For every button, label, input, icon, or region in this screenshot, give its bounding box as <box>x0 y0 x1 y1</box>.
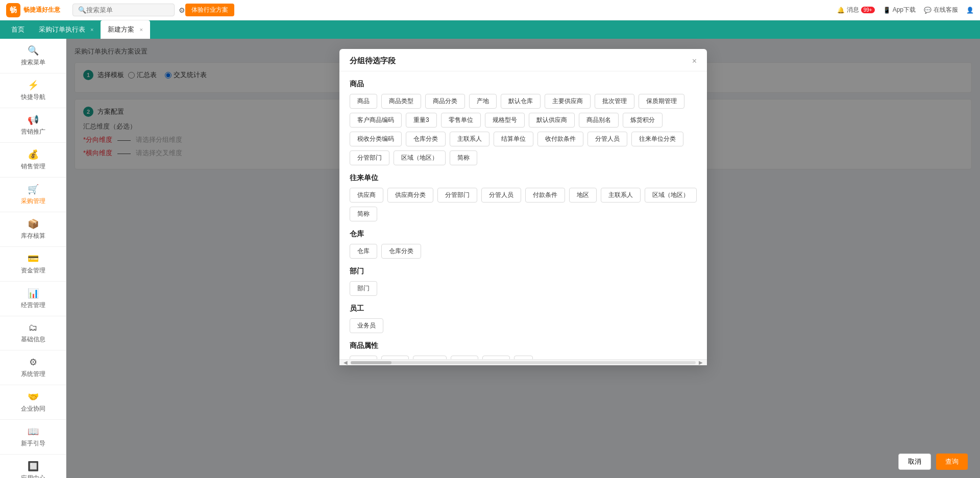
modal-close-btn[interactable]: × <box>692 57 697 65</box>
field-tag[interactable]: 分管人员 <box>481 188 521 203</box>
sidebar-item-finance-label: 资金管理 <box>21 266 45 275</box>
search-input[interactable] <box>86 6 158 14</box>
field-tag[interactable]: 部门 <box>350 281 377 296</box>
sidebar-item-system[interactable]: ⚙ 系统管理 <box>0 350 66 385</box>
field-tag[interactable]: 分管部门 <box>350 150 389 165</box>
settings-icon[interactable]: ⚙ <box>179 6 185 14</box>
base-icon: 🗂 <box>29 322 38 333</box>
operation-icon: 📊 <box>28 288 39 299</box>
field-tag[interactable]: 主要供应商 <box>545 94 591 109</box>
apps-icon: 🔲 <box>28 461 39 472</box>
field-tag[interactable]: 供应商分类 <box>387 188 433 203</box>
field-group-employee: 员工 业务员 <box>350 304 697 333</box>
field-tag[interactable]: 重量3 <box>406 113 437 128</box>
scroll-left-arrow[interactable]: ◀ <box>344 360 348 365</box>
modal-overlay: 分组待选字段 × 商品 商品 商品类型 商品分类 产地 默认仓库 主要供应商 批… <box>66 39 980 478</box>
field-tag[interactable]: 商品类型 <box>381 94 421 109</box>
tab-new-plan[interactable]: 新建方案 × <box>101 20 150 39</box>
field-tag[interactable]: 商品分类 <box>425 94 465 109</box>
sidebar-item-inventory[interactable]: 📦 库存核算 <box>0 212 66 247</box>
field-tag[interactable]: 仓库 <box>350 244 377 259</box>
field-tag[interactable]: 仓库分类 <box>406 132 446 146</box>
collab-icon: 🤝 <box>28 391 39 402</box>
field-tag[interactable]: 结算单位 <box>494 132 533 146</box>
field-tag[interactable]: 批次管理 <box>595 94 634 109</box>
experience-btn[interactable]: 体验行业方案 <box>185 4 234 16</box>
sidebar-item-marketing-label: 营销推广 <box>21 128 45 136</box>
notification-badge: 99+ <box>861 7 875 13</box>
field-tag[interactable]: 往来单位分类 <box>631 132 683 146</box>
field-tag[interactable]: 鞋码 <box>482 356 510 359</box>
field-tag[interactable]: 商品别名 <box>579 113 619 128</box>
field-tag[interactable]: 主联系人 <box>601 188 641 203</box>
field-tag[interactable]: 主联系人 <box>450 132 489 146</box>
field-group-partner: 往来单位 供应商 供应商分类 分管部门 分管人员 付款条件 地区 主联系人 区域… <box>350 173 697 221</box>
sidebar-item-marketing[interactable]: 📢 营销推广 <box>0 108 66 143</box>
field-tag[interactable]: 保质期管理 <box>639 94 684 109</box>
guide-icon: 📖 <box>28 426 39 437</box>
field-tag[interactable]: 零售单位 <box>441 113 481 128</box>
sidebar-item-operation[interactable]: 📊 经营管理 <box>0 282 66 316</box>
sidebar-item-quicknav[interactable]: ⚡ 快捷导航 <box>0 73 66 108</box>
sidebar-item-sales[interactable]: 💰 销售管理 <box>0 143 66 178</box>
cancel-button[interactable]: 取消 <box>898 454 931 470</box>
confirm-button[interactable]: 查询 <box>936 454 968 470</box>
sidebar-item-purchase[interactable]: 🛒 采购管理 <box>0 178 66 212</box>
field-group-product-attr-title: 商品属性 <box>350 341 697 350</box>
tab-home[interactable]: 首页 <box>4 20 32 39</box>
field-tags-product-attr: 属性 颜色 多规格 尺码 鞋码 1 <box>350 356 697 359</box>
field-tag[interactable]: 1 <box>514 356 533 359</box>
field-tag[interactable]: 规格型号 <box>485 113 525 128</box>
field-tag[interactable]: 业务员 <box>350 318 383 333</box>
tab-new-plan-close[interactable]: × <box>139 27 142 33</box>
field-tag[interactable]: 收付款条件 <box>537 132 583 146</box>
user-avatar[interactable]: 👤 <box>966 7 974 14</box>
field-tag[interactable]: 产地 <box>469 94 497 109</box>
download-item[interactable]: 📱 App下载 <box>883 6 916 14</box>
field-tag[interactable]: 多规格 <box>413 356 447 359</box>
sidebar-item-base[interactable]: 🗂 基础信息 <box>0 316 66 350</box>
field-tags-employee: 业务员 <box>350 318 697 333</box>
field-tag[interactable]: 商品 <box>350 94 377 109</box>
search-box[interactable]: 🔍 <box>72 4 175 16</box>
field-group-warehouse-title: 仓库 <box>350 230 697 239</box>
tab-purchase-exec-label: 采购订单执行表 <box>39 25 85 34</box>
field-tag[interactable]: 付款条件 <box>525 188 565 203</box>
field-tags-dept: 部门 <box>350 281 697 296</box>
field-tag[interactable]: 区域（地区） <box>645 188 697 203</box>
field-tag[interactable]: 默认供应商 <box>529 113 575 128</box>
finance-icon: 💳 <box>28 253 39 264</box>
field-tag[interactable]: 地区 <box>569 188 597 203</box>
sidebar-item-apps[interactable]: 🔲 应用中心 <box>0 455 66 478</box>
logo-area: 畅 畅捷通好生意 <box>6 3 72 17</box>
field-tag[interactable]: 属性 <box>350 356 377 359</box>
field-tag[interactable]: 默认仓库 <box>501 94 541 109</box>
field-tag[interactable]: 供应商 <box>350 188 383 203</box>
field-tag[interactable]: 区域（地区） <box>394 150 446 165</box>
field-tag[interactable]: 简称 <box>450 150 477 165</box>
field-tag[interactable]: 炼货积分 <box>623 113 663 128</box>
sidebar-item-finance[interactable]: 💳 资金管理 <box>0 247 66 282</box>
field-tag[interactable]: 简称 <box>350 207 377 221</box>
download-icon: 📱 <box>883 7 891 14</box>
service-item[interactable]: 💬 在线客服 <box>924 6 958 14</box>
tab-purchase-exec[interactable]: 采购订单执行表 × <box>32 20 101 39</box>
field-tag[interactable]: 仓库分类 <box>381 244 421 259</box>
notification-item[interactable]: 🔔 消息 99+ <box>837 6 875 14</box>
field-tag[interactable]: 分管人员 <box>587 132 627 146</box>
sidebar-item-collab[interactable]: 🤝 企业协同 <box>0 385 66 420</box>
tab-home-label: 首页 <box>11 25 24 34</box>
field-tags-warehouse: 仓库 仓库分类 <box>350 244 697 259</box>
field-tag[interactable]: 客户商品编码 <box>350 113 402 128</box>
sidebar-item-quicknav-label: 快捷导航 <box>21 93 45 102</box>
tab-purchase-exec-close[interactable]: × <box>90 27 93 33</box>
sidebar-item-guide[interactable]: 📖 新手引导 <box>0 420 66 455</box>
sidebar-item-search-label: 搜索菜单 <box>21 58 45 67</box>
sidebar-item-search[interactable]: 🔍 搜索菜单 <box>0 39 66 73</box>
field-tag[interactable]: 税收分类编码 <box>350 132 402 146</box>
field-tag[interactable]: 尺码 <box>451 356 478 359</box>
field-tag[interactable]: 分管部门 <box>437 188 477 203</box>
field-tag[interactable]: 颜色 <box>381 356 409 359</box>
horizontal-scrollbar[interactable] <box>351 361 696 364</box>
scroll-right-arrow[interactable]: ▶ <box>699 360 703 365</box>
